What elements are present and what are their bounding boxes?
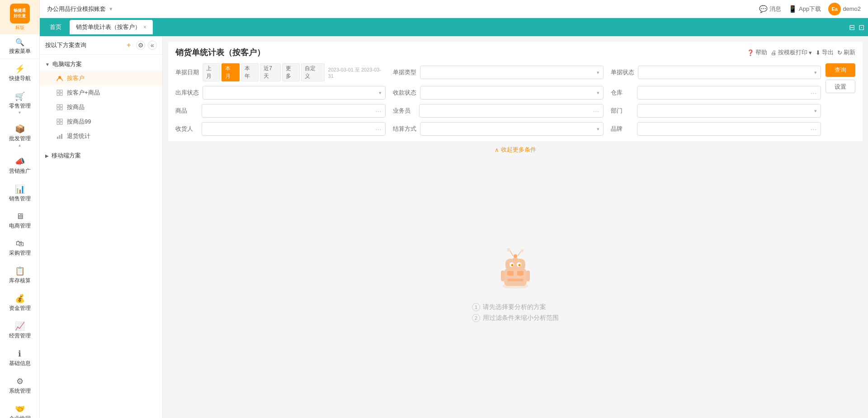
page-content: 按以下方案查询 + ⚙ « ▼ 电脑端方案 按客户 [40,36,868,418]
app-download-label: App下载 [799,5,821,13]
sidebar-item-sales[interactable]: 📊 销售管理 [0,180,39,207]
goods-input[interactable]: ··· [202,104,386,118]
sales-label: 销售管理 [9,195,31,203]
user-profile-btn[interactable]: Ea demo2 [828,3,861,15]
sidebar-item-operations[interactable]: 📈 经营管理 [0,317,39,344]
department-input[interactable]: ▾ [637,104,821,118]
return-stats-label: 退货统计 [67,132,90,140]
scheme-item-by-goods-99[interactable]: 按商品99 [40,114,162,129]
quick-nav-label: 快捷导航 [9,75,31,82]
single-type-input[interactable]: ▾ [420,66,603,79]
out-status-input[interactable]: ▾ [203,86,386,100]
scheme-settings-btn[interactable]: ⚙ [136,41,145,50]
warehouse-input[interactable]: ··· [637,86,821,100]
mobile-section-title[interactable]: ▶ 移动端方案 [40,149,162,162]
header-left: 办公用品行业模拟账套 ▾ [47,5,113,13]
salesperson-input[interactable]: ··· [419,104,603,118]
page-title-row: 销货单统计表（按客户） ❓ 帮助 🖨 按模板打印 ▾ ⬇ [175,47,855,58]
settlement-label: 结算方式 [393,125,416,133]
marketing-label: 营销推广 [9,167,31,175]
desktop-section-arrow: ▼ [45,62,50,67]
date-pill-last7[interactable]: 近7天 [260,63,281,81]
tab-sales-stats[interactable]: 销货单统计表（按客户） × [70,20,153,34]
tab-close-btn[interactable]: × [143,24,146,30]
svg-rect-19 [517,271,524,276]
settlement-input[interactable]: ▾ [420,122,603,136]
single-status-input[interactable]: ▾ [638,66,821,79]
tab-bar: 首页 销货单统计表（按客户） × ⊟ ⊡ [40,18,868,36]
sidebar-item-system[interactable]: ⚙ 系统管理 [0,372,39,399]
tab-home[interactable]: 首页 [43,20,68,34]
industry-dropdown-icon[interactable]: ▾ [109,5,113,12]
query-card: 销货单统计表（按客户） ❓ 帮助 🖨 按模板打印 ▾ ⬇ [168,42,863,141]
brand-input[interactable]: ··· [637,122,821,136]
sidebar-logo[interactable]: 畅捷通好生意 标版 [0,0,39,34]
settings-button[interactable]: 设置 [826,80,855,93]
sidebar-item-enterprise[interactable]: 🤝 企业协同 [0,399,39,418]
collapse-bar[interactable]: ∧ 收起更多条件 [168,146,863,154]
retail-arrow: ▾ [19,110,21,115]
query-area: 销货单统计表（按客户） ❓ 帮助 🖨 按模板打印 ▾ ⬇ [163,36,868,418]
print-action[interactable]: 🖨 按模板打印 ▾ [771,48,812,57]
tip-1: 1 请先选择要分析的方案 [472,303,559,311]
svg-rect-1 [57,90,59,92]
date-pill-more[interactable]: 更多 [282,63,300,81]
app-download-icon: 📱 [788,5,797,13]
date-pill-this-month[interactable]: 本月 [222,63,239,81]
receiver-input[interactable]: ··· [202,122,386,136]
action-buttons: 查询 设置 [826,63,855,93]
svg-point-31 [521,249,524,252]
scheme-section-desktop: ▼ 电脑端方案 按客户 按客户+商品 [40,55,162,146]
sidebar-item-ecommerce[interactable]: 🖥 电商管理 [0,207,39,234]
sidebar-item-retail[interactable]: 🛒 零售管理 ▾ [0,87,39,119]
sidebar-item-quick-nav[interactable]: ⚡ 快捷导航 [0,59,39,87]
scheme-collapse-btn[interactable]: « [148,41,157,50]
brand-dots: ··· [811,126,817,133]
payment-input[interactable]: ▾ [420,86,603,100]
logo-icon: 畅捷通好生意 [10,4,30,24]
svg-rect-2 [60,90,62,92]
date-pill-custom[interactable]: 自定义 [301,63,324,81]
sidebar-search[interactable]: 🔍 搜索菜单 [0,34,39,59]
sidebar-item-wholesale[interactable]: 📦 批发管理 ▴ [0,119,39,152]
svg-rect-18 [507,271,514,276]
by-goods-label: 按商品 [67,103,85,111]
filter-row-4: 收货人 ··· 结算方式 ▾ [175,122,821,136]
filter-salesperson-row: 业务员 ··· [393,104,603,118]
date-filter: 上月 本月 本年 近7天 更多 自定义 2023-03-01 至 2023-03… [203,63,386,81]
payment-arrow: ▾ [597,90,599,96]
marketing-icon: 📣 [15,157,25,166]
query-button[interactable]: 查询 [826,63,855,77]
app-download-btn[interactable]: 📱 App下载 [788,5,821,13]
finance-icon: 💰 [15,294,25,304]
svg-rect-4 [60,93,62,95]
sidebar-item-basic[interactable]: ℹ 基础信息 [0,344,39,372]
scheme-item-return-stats[interactable]: 退货统计 [40,129,162,143]
scheme-add-btn[interactable]: + [124,41,133,50]
inventory-label: 库存核算 [9,277,31,285]
svg-point-27 [519,264,521,266]
scheme-item-by-goods[interactable]: 按商品 [40,100,162,114]
svg-rect-7 [57,108,59,110]
scheme-item-by-customer[interactable]: 按客户 [40,71,162,86]
salesperson-dots: ··· [593,108,599,114]
message-btn[interactable]: 💬 消息 [759,5,781,13]
date-pill-last-month[interactable]: 上月 [203,63,220,81]
sidebar-item-purchase[interactable]: 🛍 采购管理 [0,234,39,261]
sidebar-item-finance[interactable]: 💰 资金管理 [0,289,39,317]
tab-maximize-icon[interactable]: ⊡ [859,23,864,32]
scheme-item-by-customer-goods[interactable]: 按客户+商品 [40,86,162,100]
date-pill-this-year[interactable]: 本年 [241,63,259,81]
refresh-action[interactable]: ↻ 刷新 [837,48,855,57]
help-action[interactable]: ❓ 帮助 [747,48,767,57]
sidebar-item-inventory[interactable]: 📋 库存核算 [0,261,39,289]
svg-rect-17 [504,269,527,286]
desktop-section-title[interactable]: ▼ 电脑端方案 [40,57,162,71]
svg-rect-8 [60,108,62,110]
svg-rect-14 [59,135,61,139]
export-action[interactable]: ⬇ 导出 [816,48,834,57]
sidebar-item-marketing[interactable]: 📣 营销推广 [0,152,39,180]
scheme-header: 按以下方案查询 + ⚙ « [40,36,162,55]
sidebar: 畅捷通好生意 标版 🔍 搜索菜单 ⚡ 快捷导航 🛒 零售管理 ▾ 📦 批发管理 … [0,0,40,418]
tab-minimize-icon[interactable]: ⊟ [849,23,855,32]
